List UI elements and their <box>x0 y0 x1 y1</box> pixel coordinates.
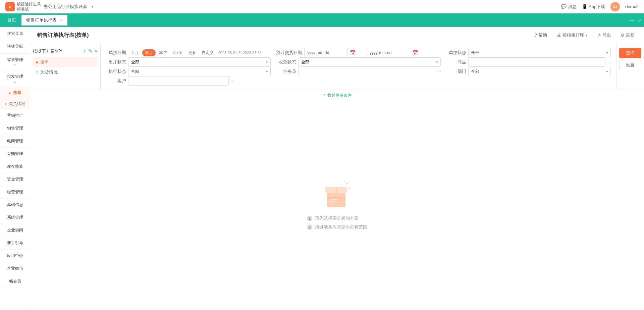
sidebar-item-corp-wechat[interactable]: 企业微信 <box>0 262 30 275</box>
filter-actions: 查询 设置 <box>616 44 644 90</box>
sidebar-quicknav[interactable]: 快捷导航 <box>0 41 30 54</box>
export-btn[interactable]: ↗ 导出 <box>594 31 614 40</box>
delivery-date-from[interactable] <box>304 48 348 57</box>
filter-add-icon[interactable]: + <box>83 48 86 54</box>
order-date-tabs: 上月 本月 本年 近7天 更多 自定义 <box>129 49 216 56</box>
tab-close-icon[interactable]: ✕ <box>60 18 63 22</box>
calendar-from-icon[interactable]: 📅 <box>350 50 356 55</box>
date-separator: — <box>358 50 365 55</box>
export-icon: ↗ <box>597 33 601 38</box>
sidebar-item-operations[interactable]: 经营管理 <box>0 186 30 199</box>
logo-text: 畅捷通好生意 标准版 <box>17 2 41 11</box>
sidebar-item-app-center[interactable]: 应用中心 <box>0 250 30 262</box>
date-tab-more[interactable]: 更多 <box>186 49 198 56</box>
filter-nav-arrears[interactable]: ○ 欠货情况 <box>33 67 98 77</box>
topbar-left: 好 畅捷通好生意 标准版 办公用品行业模拟账套 ▾ <box>5 2 94 11</box>
print-arrow-icon: ▾ <box>586 33 588 38</box>
payment-status-select[interactable]: 全部 未收款 部分收款 全部收款 <box>298 57 441 67</box>
app-title-arrow: ▾ <box>91 4 94 9</box>
customer-more-icon[interactable]: ··· <box>231 79 234 83</box>
template-print-btn[interactable]: 🖨 按模板打印 ▾ <box>554 31 590 40</box>
date-tab-last-month[interactable]: 上月 <box>129 49 141 56</box>
calendar-to-icon[interactable]: 📅 <box>412 50 418 55</box>
help-btn[interactable]: ? 帮助 <box>532 31 550 40</box>
user-name[interactable]: demo2 <box>625 4 639 9</box>
svg-line-12 <box>348 188 351 190</box>
tab-home[interactable]: 首页 <box>3 15 21 25</box>
message-action[interactable]: 💬 消息 <box>561 4 577 10</box>
empty-text: 1 请先选择要分析的方案 2 用过滤条件来缩小分析范围 <box>307 215 367 233</box>
filter-collapse-icon[interactable]: « <box>95 48 98 54</box>
nav-minimize-icon[interactable]: — <box>630 17 635 23</box>
delivery-date-to[interactable] <box>367 48 410 57</box>
topbar-right: 💬 消息 📱 App下载 Ea demo2 <box>561 2 639 11</box>
label-department: 部门 <box>446 68 466 74</box>
sidebar-item-wholesale[interactable]: 批发管理 ▴ <box>0 70 30 87</box>
sidebar-item-member[interactable]: 畅会员 <box>0 275 30 288</box>
label-product: 商品 <box>446 59 466 65</box>
sidebar-item-finance[interactable]: 资金管理 <box>0 173 30 186</box>
order-status-select[interactable]: 全部 待处理 执行中 已完成 已关闭 <box>468 48 611 57</box>
nav-maximize-icon[interactable]: ⤢ <box>637 17 641 23</box>
outbound-status-select[interactable]: 全部 未出库 部分出库 全部出库 <box>128 57 271 67</box>
topbar: 好 畅捷通好生意 标准版 办公用品行业模拟账套 ▾ 💬 消息 📱 App下载 E… <box>0 0 644 13</box>
sidebar-item-inventory[interactable]: 库存核算 <box>0 160 30 173</box>
empty-step-1: 1 <box>307 216 312 221</box>
help-icon: ? <box>534 33 537 38</box>
sidebar-item-basic[interactable]: 基础信息 <box>0 199 30 211</box>
sidebar-sub-arrears[interactable]: ○ 欠货情况 <box>0 98 30 109</box>
app-download-action[interactable]: 📱 App下载 <box>582 4 605 10</box>
filter-nav-order-icon: ● <box>36 59 38 65</box>
download-icon: 📱 <box>582 4 587 9</box>
date-tab-this-year[interactable]: 本年 <box>157 49 169 56</box>
label-salesperson: 业务员 <box>276 68 296 74</box>
product-more-icon[interactable]: ··· <box>607 60 611 64</box>
user-avatar: Ea <box>610 2 620 11</box>
wholesale-expand-icon: ▴ <box>14 80 16 84</box>
filter-row-4: 客户 ··· <box>106 76 611 86</box>
message-icon: 💬 <box>561 4 567 9</box>
empty-svg <box>320 178 354 209</box>
sidebar-item-ecommerce[interactable]: 电商管理 <box>0 135 30 148</box>
department-select[interactable]: 全部 <box>468 67 611 76</box>
date-tab-this-month[interactable]: 本月 <box>142 49 156 56</box>
label-payment-status: 收款状态 <box>276 59 296 65</box>
salesperson-input[interactable] <box>298 67 435 76</box>
sidebar-item-marketing[interactable]: 营销推广 <box>0 109 30 122</box>
sidebar-sub-order[interactable]: ● 按单 <box>0 87 30 98</box>
sidebar-item-retail[interactable]: 零售管理 ▾ <box>0 54 30 70</box>
empty-hint-1: 1 请先选择要分析的方案 <box>307 215 367 221</box>
label-customer: 客户 <box>106 78 126 84</box>
empty-illustration <box>320 178 354 209</box>
date-tab-custom[interactable]: 自定义 <box>200 49 216 56</box>
sidebar: 搜索菜单 快捷导航 零售管理 ▾ 批发管理 ▴ ● 按单 ○ 欠货情况 营销推广… <box>0 27 30 310</box>
sidebar-item-newbie[interactable]: 新手引导 <box>0 237 30 250</box>
empty-step-2: 2 <box>307 224 312 230</box>
page-header: 销售订单执行表(按单) ? 帮助 🖨 按模板打印 ▾ ↗ 导出 ↺ 刷新 <box>30 27 644 44</box>
sidebar-item-purchase[interactable]: 采购管理 <box>0 148 30 160</box>
sidebar-item-sales[interactable]: 销售管理 <box>0 122 30 135</box>
filter-nav-order[interactable]: ● 按单 <box>33 57 98 67</box>
filter-edit-icon[interactable]: ✎ <box>88 48 93 54</box>
svg-rect-6 <box>330 199 338 200</box>
exec-status-select[interactable]: 全部 未开始 执行中 已完成 <box>128 67 271 76</box>
search-menu-btn[interactable]: 搜索菜单 <box>3 30 27 38</box>
quicknav-label[interactable]: 快捷导航 <box>0 42 30 51</box>
customer-input[interactable] <box>128 76 229 86</box>
filter-left-panel: 按以下方案查询 + ✎ « ● 按单 ○ 欠货情况 <box>30 44 101 90</box>
app-title[interactable]: 办公用品行业模拟账套 <box>44 4 87 10</box>
sidebar-item-system[interactable]: 系统管理 <box>0 211 30 224</box>
product-input[interactable] <box>468 57 605 67</box>
sidebar-item-enterprise[interactable]: 企业协同 <box>0 224 30 237</box>
salesperson-more-icon[interactable]: ··· <box>437 69 441 74</box>
collapse-btn[interactable]: ⌃ 收起更多条件 <box>323 93 352 98</box>
tab-sales-order[interactable]: 销售订单执行表 ✕ <box>21 15 67 25</box>
query-button[interactable]: 查询 <box>619 48 641 58</box>
date-tab-7days[interactable]: 近7天 <box>170 49 185 56</box>
sidebar-search[interactable]: 搜索菜单 <box>0 27 30 41</box>
logo-area: 好 畅捷通好生意 标准版 <box>5 2 41 11</box>
setting-button[interactable]: 设置 <box>619 60 641 70</box>
empty-state: 1 请先选择要分析的方案 2 用过滤条件来缩小分析范围 <box>30 101 644 310</box>
refresh-btn[interactable]: ↺ 刷新 <box>618 31 637 40</box>
content-area: 销售订单执行表(按单) ? 帮助 🖨 按模板打印 ▾ ↗ 导出 ↺ 刷新 <box>30 27 644 310</box>
